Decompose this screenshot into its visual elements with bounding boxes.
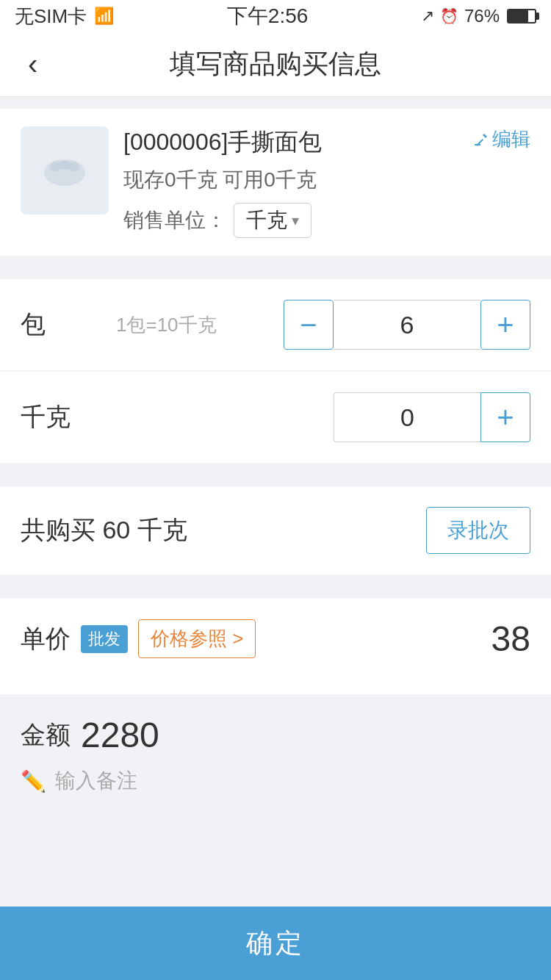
unit-select[interactable]: 千克 ▾ [234,203,311,238]
total-text: 共购买 60 千克 [21,514,187,547]
amount-label: 金额 [21,718,71,752]
product-name-row: [0000006]手撕面包 编辑 [123,126,530,159]
amount-section: 金额 2280 ✏️ 输入备注 [0,694,551,810]
status-left: 无SIM卡 📶 [15,4,114,29]
price-row: 单价 批发 价格参照 > 38 [21,619,530,659]
separator-2 [0,463,551,475]
package-quantity-control: − + [284,300,530,350]
kilogram-quantity-input[interactable] [334,392,480,442]
product-thumbnail [21,126,109,215]
kilogram-row: 千克 + [0,372,551,463]
alarm-icon: ⏰ [440,7,458,25]
wifi-icon: 📶 [94,7,114,26]
kilogram-label: 千克 [21,400,109,434]
nav-bar: ‹ 填写商品购买信息 [0,32,551,97]
battery-icon [507,9,536,24]
price-value: 38 [491,619,530,659]
package-quantity-input[interactable] [334,300,480,350]
package-hint: 1包=10千克 [116,312,284,338]
edit-button[interactable]: 编辑 [473,126,530,152]
record-batch-button[interactable]: 录批次 [426,507,530,554]
battery-percent: 76% [464,6,500,26]
package-input-section: 包 1包=10千克 − + [0,279,551,370]
kilogram-quantity-control: + [334,392,530,442]
product-section: [0000006]手撕面包 编辑 现存0千克 可用0千克 销售单位： 千克 ▾ [0,109,551,256]
product-name: [0000006]手撕面包 [123,126,322,159]
note-icon: ✏️ [21,769,46,793]
carrier-label: 无SIM卡 [15,4,87,29]
price-label: 单价 [21,622,71,656]
location-icon: ↗ [421,7,434,26]
svg-point-3 [57,161,72,170]
back-button[interactable]: ‹ [21,40,45,88]
package-increment-button[interactable]: + [480,300,530,350]
price-left: 单价 批发 价格参照 > [21,619,256,658]
product-info: [0000006]手撕面包 编辑 现存0千克 可用0千克 销售单位： 千克 ▾ [123,126,530,238]
dropdown-icon: ▾ [292,212,299,229]
amount-value: 2280 [81,715,159,755]
price-ref-button[interactable]: 价格参照 > [138,619,256,658]
amount-row: 金额 2280 [21,715,530,755]
edit-icon [473,131,489,148]
confirm-button[interactable]: 确定 [0,907,551,980]
package-decrement-button[interactable]: − [284,300,334,350]
svg-marker-5 [483,134,487,138]
product-stock: 现存0千克 可用0千克 [123,166,530,194]
page-title: 填写商品购买信息 [170,46,381,82]
svg-rect-6 [475,144,480,145]
kilogram-input-section: 千克 + [0,372,551,463]
product-logo-icon [39,152,90,189]
total-section: 共购买 60 千克 录批次 [0,486,551,574]
status-bar: 无SIM卡 📶 下午2:56 ↗ ⏰ 76% [0,0,551,32]
kilogram-increment-button[interactable]: + [480,392,530,442]
note-row[interactable]: ✏️ 输入备注 [21,767,530,810]
status-right: ↗ ⏰ 76% [421,6,536,26]
status-time: 下午2:56 [227,2,309,30]
package-label: 包 [21,308,109,342]
separator-1 [0,256,551,267]
price-section: 单价 批发 价格参照 > 38 [0,598,551,694]
price-tag: 批发 [81,625,128,653]
product-unit-row: 销售单位： 千克 ▾ [123,203,530,238]
separator-3 [0,574,551,586]
unit-label: 销售单位： [123,206,226,234]
package-row: 包 1包=10千克 − + [0,279,551,370]
note-placeholder: 输入备注 [55,767,137,795]
